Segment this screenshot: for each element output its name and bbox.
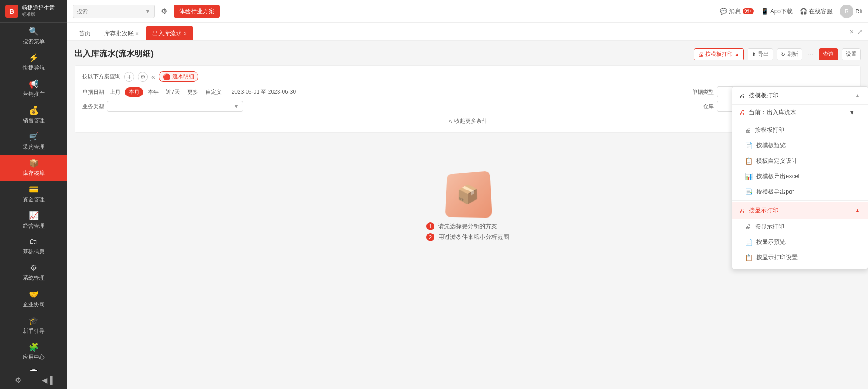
warehouse-label: 仓库 [703,103,714,110]
sidebar-item-quick-nav[interactable]: ⚡ 快捷导航 [0,49,67,75]
tab-batch-close[interactable]: × [135,30,139,37]
settings-icon[interactable]: ⚙ [15,376,21,384]
sidebar-item-label-guide: 新手引导 [23,327,45,335]
collapse-label: ∧ 收起更多条件 [448,118,487,124]
step-2-label: 用过滤条件来缩小分析范围 [438,233,509,241]
basic-icon: 🗂 [30,237,38,247]
expand-icon[interactable]: ⤢ [857,28,863,35]
empty-icon: 📦 [445,171,492,218]
message-button[interactable]: 💬 消息 99+ [720,7,754,15]
wechat-icon: 💬 [29,369,39,371]
sidebar-item-marketing[interactable]: 📢 营销推广 [0,75,67,102]
edition-label: 标准版 [22,11,55,18]
dropdown-item-display-print[interactable]: 🖨 按显示打印 [732,219,868,234]
filter-settings-button[interactable]: ⚙ [138,72,148,82]
sidebar-item-wechat[interactable]: 💬 企业微信 [0,365,67,371]
finance-icon: 💳 [29,185,39,194]
business-type-label: 业务类型 [82,103,104,110]
dropdown-top-arrow: ▲ [855,92,860,99]
dropdown-item-display-excel[interactable]: 📊 按显示导出excel [732,265,868,269]
purchase-icon: 🛒 [29,132,39,142]
dropdown-item-template-print[interactable]: 🖨 按模板打印 [732,122,868,138]
query-button[interactable]: 查询 [819,48,838,60]
search-icon: 🔍 [29,26,39,36]
sidebar-item-guide[interactable]: 🎓 新手引导 [0,312,67,339]
display-print-section-icon: 🖨 [739,207,745,214]
dropdown-item-template-preview[interactable]: 📄 按模板预览 [732,138,868,153]
tab-home[interactable]: 首页 [73,26,96,40]
online-service-label: 在线客服 [809,7,833,15]
sidebar-item-label-app-center: 应用中心 [23,354,45,361]
tabbar: 首页 库存批次账 × 出入库流水 × × ⤢ [67,23,868,41]
refresh-button[interactable]: ↻ 刷新 [777,48,802,60]
dropdown-display-print-section[interactable]: 🖨 按显示打印 ▲ [732,202,868,219]
tab-flow-close[interactable]: × [184,30,187,37]
filter-tag: 🔴 流水明细 [159,71,198,82]
display-settings-icon: 📋 [745,254,753,261]
dropdown-item-display-print-settings[interactable]: 📋 按显示打印设置 [732,250,868,265]
dropdown-current-item[interactable]: 🖨 当前：出入库流水 ▼ [732,105,868,120]
date-btn-7days[interactable]: 近7天 [163,87,183,97]
sidebar-item-enterprise[interactable]: 🤝 企业协同 [0,286,67,312]
dropdown-item-template-excel[interactable]: 📊 按模板导出excel [732,169,868,184]
settings-button[interactable]: 设置 [842,48,861,60]
sidebar-item-operations[interactable]: 📈 经营管理 [0,207,67,234]
marketing-icon: 📢 [29,79,39,89]
sidebar-item-system[interactable]: ⚙ 系统管理 [0,259,67,286]
receipt-type-label: 单据类型 [692,88,714,96]
item-template-custom-label: 模板自定义设计 [756,157,798,165]
close-all-icon[interactable]: × [850,28,853,35]
filter-label: 按以下方案查询 [82,73,120,80]
user-area[interactable]: R Rit [840,5,863,18]
step-1-label: 请先选择要分析的方案 [438,222,497,230]
sidebar-item-app-center[interactable]: 🧩 应用中心 [0,339,67,365]
search-input[interactable] [77,8,143,15]
date-btn-this-year[interactable]: 本年 [145,87,161,97]
item-pdf-icon: 📑 [745,188,753,195]
tab-batch[interactable]: 库存批次账 × [98,26,145,40]
business-type-select[interactable]: ▼ [107,101,243,112]
content-area: 出入库流水(流水明细) 按以下方案查询 + ⚙ « 🔴 流水明细 单据日期 [67,41,868,389]
headset-icon: 🎧 [800,8,807,15]
sidebar-item-label-marketing: 营销推广 [23,90,45,98]
sidebar-item-finance[interactable]: 💳 资金管理 [0,181,67,207]
sidebar-item-purchase[interactable]: 🛒 采购管理 [0,128,67,155]
message-label: 消息 [729,7,741,15]
topbar-gear-icon[interactable]: ⚙ [161,7,167,15]
search-box[interactable]: ▼ [73,5,155,18]
print-button[interactable]: 🖨 按模板打印 ▲ [694,48,744,60]
message-icon: 💬 [720,8,727,15]
sidebar-item-sales[interactable]: 💰 销售管理 [0,102,67,128]
sidebar-item-label-system: 系统管理 [23,274,45,282]
date-btn-custom[interactable]: 自定义 [203,87,224,97]
step-num-2: 2 [426,233,434,241]
date-btn-more[interactable]: 更多 [185,87,201,97]
quick-nav-icon: ⚡ [29,53,39,63]
export-button[interactable]: ⬆ 导出 [748,48,773,60]
tab-flow[interactable]: 出入库流水 × [146,26,193,40]
print-icon: 🖨 [698,51,703,58]
item-print-icon: 🖨 [745,126,751,134]
system-icon: ⚙ [30,263,37,273]
online-service-button[interactable]: 🎧 在线客服 [800,7,833,15]
dropdown-item-template-custom[interactable]: 📋 模板自定义设计 [732,153,868,169]
dropdown-item-template-pdf[interactable]: 📑 按模板导出pdf [732,184,868,199]
date-btn-last-month[interactable]: 上月 [107,87,123,97]
sidebar-item-search[interactable]: 🔍 搜索菜单 [0,23,67,49]
sidebar-item-inventory[interactable]: 📦 库存核算 [0,155,67,181]
filter-add-button[interactable]: + [124,72,134,82]
divider-1 [732,121,868,121]
collapse-sidebar-icon[interactable]: ◀▐ [42,376,52,384]
display-print-icon: 🖨 [745,223,751,230]
app-download-button[interactable]: 📱 App下载 [761,7,793,15]
date-btn-this-month[interactable]: 本月 [125,87,143,97]
filter-collapse-button[interactable]: « [151,73,155,80]
display-section-arrow: ▲ [855,207,860,214]
dropdown-item-display-preview[interactable]: 📄 按显示预览 [732,234,868,250]
dropdown-panel: 🖨 按模板打印 ▲ 🖨 当前：出入库流水 ▼ 🖨 按模板打印 [732,86,868,269]
item-template-excel-label: 按模板导出excel [756,172,799,180]
industry-button[interactable]: 体验行业方案 [174,5,220,18]
item-display-preview-label: 按显示预览 [756,238,786,246]
search-dropdown-icon[interactable]: ▼ [145,8,150,15]
sidebar-item-basic[interactable]: 🗂 基础信息 [0,234,67,259]
